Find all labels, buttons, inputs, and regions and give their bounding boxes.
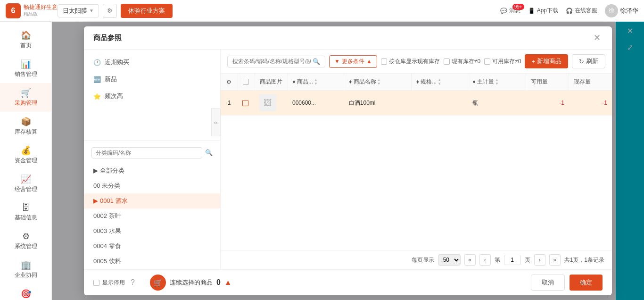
th-name-sort: ♦ 商品名称 ▲▼ [349, 78, 380, 86]
sidebar: 🏠 首页 📊 销售管理 🛒 采购管理 📦 库存核算 💰 资金管理 📈 经营管理 … [0, 22, 52, 300]
next-page-button[interactable]: › [534, 254, 545, 266]
app-download-item[interactable]: 📱 App下载 [528, 7, 558, 15]
check-nonzero-stock[interactable] [444, 58, 450, 65]
logo-area: 6 畅捷通好生意 精品版 [6, 3, 58, 18]
sidebar-label-inventory: 库存核算 [15, 128, 37, 136]
sidebar-item-operation[interactable]: 📈 经营管理 [0, 169, 51, 198]
filter-nonzero-stock[interactable]: 现有库存≠0 [444, 58, 480, 66]
th-spec[interactable]: ♦ 规格... ▲▼ [411, 74, 468, 91]
filter-icon: ▼ [334, 58, 340, 65]
footer-cart-area: 🛒 连续选择的商品 0 ▲ [150, 275, 232, 291]
sidebar-item-inventory[interactable]: 📦 库存核算 [0, 112, 51, 141]
show-disabled-label: 显示停用 [102, 279, 125, 287]
first-page-button[interactable]: « [464, 254, 476, 266]
product-search-box[interactable]: 🔍 [227, 56, 325, 67]
collapse-cart-icon[interactable]: ▲ [224, 278, 232, 287]
table-head: ⚙ 商品图片 ♦ 商品... ▲▼ [221, 74, 612, 91]
collapse-area: ‹‹ [84, 106, 221, 136]
sidebar-item-finance[interactable]: 💰 资金管理 [0, 141, 51, 169]
sidebar-item-collab[interactable]: 🏢 企业协同 [0, 255, 51, 284]
filter-up-icon: ▲ [366, 58, 372, 65]
cancel-button[interactable]: 取消 [531, 275, 565, 291]
cat-item-00[interactable]: 00 未分类 [84, 178, 220, 193]
th-gear[interactable]: ⚙ [221, 74, 238, 91]
filter-nonzero-avail[interactable]: 可用库存≠0 [484, 58, 521, 66]
sidebar-item-system[interactable]: ⚙ 系统管理 [0, 226, 51, 255]
name-sort-arrows: ▲▼ [377, 78, 381, 86]
sidebar-label-collab: 企业协同 [15, 271, 37, 279]
store-selector[interactable]: 日太阳膜 ▼ [58, 4, 99, 17]
nav-new-products[interactable]: 🆕 新品 [84, 71, 220, 87]
th-check[interactable] [238, 74, 255, 91]
show-disabled-checkbox[interactable] [93, 280, 99, 286]
th-unit[interactable]: ♦ 主计量 ▲▼ [468, 74, 526, 91]
refresh-icon: ↻ [579, 58, 584, 65]
th-available: 可用量 [526, 74, 569, 91]
cat-arrow-0001: ▶ [93, 197, 98, 204]
check-show-stock[interactable] [381, 58, 387, 65]
sidebar-item-purchase[interactable]: 🛒 采购管理 [0, 83, 51, 112]
settings-icon[interactable]: ⚙ [103, 4, 117, 18]
refresh-button[interactable]: ↻ 刷新 [572, 54, 605, 68]
category-search-input[interactable] [91, 147, 202, 158]
sidebar-item-basic[interactable]: 🗄 基础信息 [0, 198, 51, 226]
code-sort-arrows: ▲▼ [314, 78, 318, 86]
td-stock: -1 [569, 91, 612, 116]
add-product-button[interactable]: + 新增商品 [525, 54, 568, 68]
footer-show-disabled[interactable]: 显示停用 [93, 279, 125, 287]
user-avatar-area[interactable]: 徐 徐泽华 [605, 4, 638, 17]
cat-item-0003[interactable]: 0003 水果 [84, 224, 220, 239]
select-all-checkbox[interactable] [243, 79, 249, 85]
td-code: 000600... [288, 91, 344, 116]
spec-sort-arrows: ▲▼ [438, 78, 441, 86]
trial-button[interactable]: 体验行业方案 [121, 4, 173, 18]
th-name[interactable]: ♦ 商品名称 ▲▼ [344, 74, 411, 91]
help-icon[interactable]: ? [131, 278, 135, 287]
cat-item-all[interactable]: ▶ 全部分类 [84, 163, 220, 178]
product-table: ⚙ 商品图片 ♦ 商品... ▲▼ [221, 74, 612, 250]
sidebar-item-sales[interactable]: 📊 销售管理 [0, 54, 51, 83]
th-image: 商品图片 [255, 74, 288, 91]
product-search-input[interactable] [232, 58, 311, 65]
filter-show-stock[interactable]: 按仓库显示现有库存 [381, 58, 440, 66]
sidebar-label-sales: 销售管理 [15, 70, 37, 78]
cat-item-0001[interactable]: ▶ 0001 酒水 [84, 193, 220, 208]
last-page-button[interactable]: » [549, 254, 561, 266]
check-nonzero-avail[interactable] [484, 58, 490, 65]
sidebar-item-guide[interactable]: 🎯 新手引导 [0, 284, 51, 300]
sidebar-label-finance: 资金管理 [15, 157, 37, 165]
th-code[interactable]: ♦ 商品... ▲▼ [288, 74, 344, 91]
collab-icon: 🏢 [21, 260, 31, 270]
online-service-item[interactable]: 🎧 在线客服 [566, 7, 597, 15]
refresh-label: 刷新 [586, 57, 598, 66]
cat-label-0001: 0001 酒水 [100, 197, 128, 205]
nav-frequent[interactable]: ⭐ 频次高 [84, 88, 220, 104]
category-search-icon[interactable]: 🔍 [205, 149, 213, 156]
home-icon: 🏠 [21, 30, 31, 41]
td-check[interactable] [238, 91, 255, 116]
phone-icon: 📱 [528, 8, 535, 14]
cart-icon[interactable]: 🛒 [150, 275, 166, 291]
confirm-button[interactable]: 确定 [570, 275, 603, 291]
table-body: 1 🖼 000600... 白酒100ml [221, 91, 612, 116]
cat-item-0005[interactable]: 0005 饮料 [84, 254, 220, 265]
collapse-button[interactable]: ‹‹ [211, 108, 221, 136]
page-prefix: 第 [495, 256, 500, 264]
new-icon: 🆕 [93, 76, 101, 83]
td-spec [411, 91, 468, 116]
per-page-select[interactable]: 50 [438, 254, 461, 266]
main-layout: 🏠 首页 📊 销售管理 🛒 采购管理 📦 库存核算 💰 资金管理 📈 经营管理 … [0, 22, 644, 300]
prev-page-button[interactable]: ‹ [479, 254, 491, 266]
cat-item-0004[interactable]: 0004 零食 [84, 239, 220, 254]
cat-item-0002[interactable]: 0002 茶叶 [84, 208, 220, 224]
finance-icon: 💰 [21, 145, 31, 156]
nav-recent-purchase[interactable]: 🕐 近期购买 [84, 54, 220, 70]
modal-close-button[interactable]: ✕ [591, 32, 603, 43]
sidebar-item-home[interactable]: 🏠 首页 [0, 25, 51, 54]
page-number-input[interactable] [504, 255, 521, 265]
product-thumbnail: 🖼 [259, 94, 276, 111]
table-row[interactable]: 1 🖼 000600... 白酒100ml [221, 91, 612, 116]
row-checkbox[interactable] [242, 100, 248, 106]
messages-item[interactable]: 💬 消息 99+ [500, 7, 520, 15]
more-filter-button[interactable]: ▼ 更多条件 ▲ [329, 55, 377, 68]
